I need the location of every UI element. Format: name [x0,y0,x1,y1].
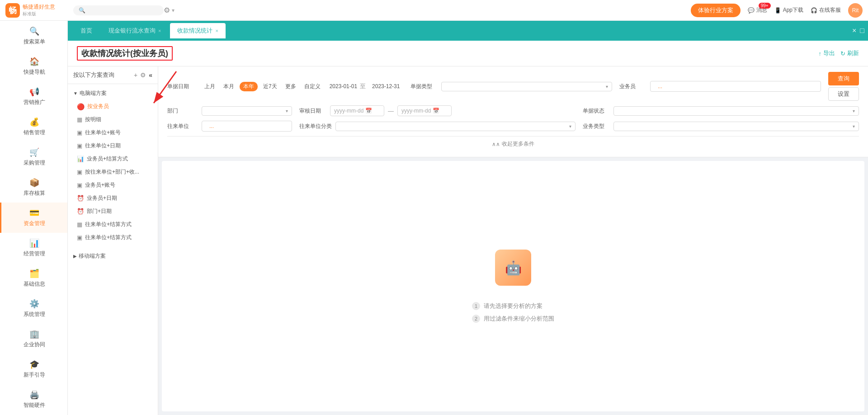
partner-select[interactable]: ... [202,121,292,132]
scheme-item-by-detail[interactable]: ▦ 按明细 [68,113,158,126]
sidebar-item-enterprise[interactable]: 🏢 企业协同 [0,324,67,354]
sidebar-item-smart-hw[interactable]: 🖨️ 智能硬件 [0,384,67,415]
partner-category-select[interactable]: ▾ [335,122,576,131]
sidebar-item-finance[interactable]: 💳 资金管理 [0,203,67,233]
audit-to-input[interactable]: yyyy-mm-dd 📅 [397,105,452,116]
settings-btn[interactable]: 设置 [828,87,859,101]
export-btn[interactable]: ↑ 导出 [819,49,835,57]
btn-custom[interactable]: 自定义 [302,82,323,91]
sidebar-item-purchase[interactable]: 🛒 采购管理 [0,142,67,172]
sidebar-item-guide[interactable]: 🎓 新手引导 [0,354,67,384]
salesman-select[interactable]: ... [650,81,821,92]
sidebar-label-sales: 销售管理 [24,129,45,137]
sidebar-item-quick-nav[interactable]: 🏠 快捷导航 [0,51,67,81]
scheme-label-by-partner-dept: 按往来单位+部门+收... [85,168,139,176]
scheme-item-partner-account[interactable]: ▣ 往来单位+账号 [68,126,158,139]
scheme-label-partner-method2: 往来单位+结算方式 [85,234,132,241]
sidebar-label-inventory: 库存核算 [24,189,45,197]
btn-last-7[interactable]: 近7天 [260,82,280,91]
sidebar-item-search-menu[interactable]: 🔍 搜索菜单 [0,21,67,51]
dept-select[interactable]: ▾ [202,106,292,116]
scheme-item-by-salesman[interactable]: 🔴 按业务员 [68,100,158,113]
btn-last-month[interactable]: 上月 [202,82,218,91]
partner-label: 往来单位 [167,123,194,130]
scheme-item-partner-date[interactable]: ▣ 往来单位+日期 [68,139,158,152]
app-download-btn[interactable]: 📱 App下载 [774,6,803,14]
hint-text-2: 用过滤条件来缩小分析范围 [484,315,554,323]
user-area[interactable]: Rit [848,3,863,18]
refresh-btn[interactable]: ↻ 刷新 [840,49,859,57]
by-partner-dept-icon: ▣ [77,169,82,175]
smart-hw-icon: 🖨️ [29,390,39,400]
salesman-more-btn[interactable]: ... [658,83,662,90]
marketing-icon: 📢 [29,87,39,97]
desktop-group-title[interactable]: ▼ 电脑端方案 [68,87,158,100]
scheme-item-partner-method1[interactable]: ▦ 往来单位+结算方式 [68,218,158,231]
scheme-item-dept-date[interactable]: ⏰ 部门+日期 [68,205,158,218]
hint-num-2: 2 [472,315,480,323]
sidebar-item-basic-info[interactable]: 🗂️ 基础信息 [0,263,67,293]
doc-type-select[interactable]: ▾ [441,82,612,91]
sidebar-item-operation[interactable]: 📊 经营管理 [0,233,67,263]
by-salesman-icon: 🔴 [77,103,85,110]
salesman-account-icon: ▣ [77,182,82,189]
scheme-item-salesman-date[interactable]: ⏰ 业务员+日期 [68,192,158,205]
btn-this-year[interactable]: 本年 [240,82,258,91]
gear-icon[interactable]: ⚙ [164,6,170,14]
tab-home[interactable]: 首页 [73,23,99,38]
guide-icon: 🎓 [29,359,39,369]
audit-from-input[interactable]: yyyy-mm-dd 📅 [330,105,384,116]
sidebar-item-inventory[interactable]: 📦 库存核算 [0,172,67,203]
top-search-bar[interactable]: 🔍 [73,5,164,15]
inventory-icon: 📦 [29,178,39,188]
tab-collection-stat[interactable]: 收款情况统计× [170,23,225,38]
sidebar-item-sys-mgmt[interactable]: ⚙️ 系统管理 [0,293,67,324]
doc-status-select[interactable]: ▾ [613,106,859,116]
calendar-icon-from: 📅 [365,108,372,114]
scheme-item-partner-method2[interactable]: ▣ 往来单位+结算方式 [68,231,158,244]
refresh-label: 刷新 [847,49,859,57]
window-max-icon[interactable]: □ [860,27,864,35]
by-detail-icon: ▦ [77,116,82,123]
filter-area: 单据日期 上月 本月 本年 近7天 更多 自定义 20 [158,66,868,157]
date-range-to: 2023-12-31 [372,83,400,90]
panel-collapse-btn[interactable]: « [149,71,152,79]
date-quick-btns: 上月 本月 本年 近7天 更多 自定义 [202,82,323,91]
tab-close-collection-stat[interactable]: × [215,28,218,33]
btn-this-month[interactable]: 本月 [221,82,237,91]
collapse-more-btn[interactable]: ∧∧ 收起更多条件 [167,136,859,151]
salesman-date-icon: ⏰ [77,195,84,202]
panel-settings-btn[interactable]: ⚙ [140,71,146,79]
scheme-item-salesman-account[interactable]: ▣ 业务员+账号 [68,179,158,192]
audit-dash: — [388,108,394,114]
trial-btn[interactable]: 体验行业方案 [691,4,741,17]
scheme-item-by-partner-dept[interactable]: ▣ 按往来单位+部门+收... [68,165,158,179]
sidebar-label-basic-info: 基础信息 [24,280,45,288]
btn-more[interactable]: 更多 [283,82,299,91]
date-field: 上月 本月 本年 近7天 更多 自定义 2023-01-01 至 2023-12… [202,82,403,91]
sales-icon: 💰 [29,117,39,127]
top-dropdown-icon[interactable]: ▾ [172,7,175,14]
tab-bank-flow[interactable]: 现金银行流水查询× [101,23,168,38]
scheme-item-salesman-method[interactable]: 📊 业务员+结算方式 [68,152,158,165]
tab-close-bank-flow[interactable]: × [158,28,161,33]
doc-status-arrow: ▾ [853,108,855,113]
query-btn[interactable]: 查询 [828,72,859,85]
partner-more-btn[interactable]: ... [209,123,214,129]
mobile-group-title[interactable]: ▶ 移动端方案 [68,250,158,263]
scheme-label-salesman-account: 业务员+账号 [85,181,115,189]
hint-text-1: 请先选择要分析的方案 [484,302,542,310]
sidebar-item-sales[interactable]: 💰 销售管理 [0,112,67,142]
message-btn[interactable]: 💬 消息 99+ [748,6,767,14]
sidebar-item-marketing[interactable]: 📢 营销推广 [0,81,67,112]
biz-type-select[interactable]: ▾ [613,122,859,131]
search-menu-icon: 🔍 [29,26,39,36]
hint-num-1: 1 [472,302,480,310]
panel-add-btn[interactable]: + [134,71,137,79]
online-service-btn[interactable]: 🎧 在线客服 [811,6,841,14]
window-close-icon[interactable]: × [852,27,856,35]
mobile-group-expand-icon: ▶ [73,254,77,259]
sidebar-label-purchase: 采购管理 [24,159,45,167]
app-download-icon: 📱 [774,7,781,14]
partner-method1-icon: ▦ [77,221,82,228]
